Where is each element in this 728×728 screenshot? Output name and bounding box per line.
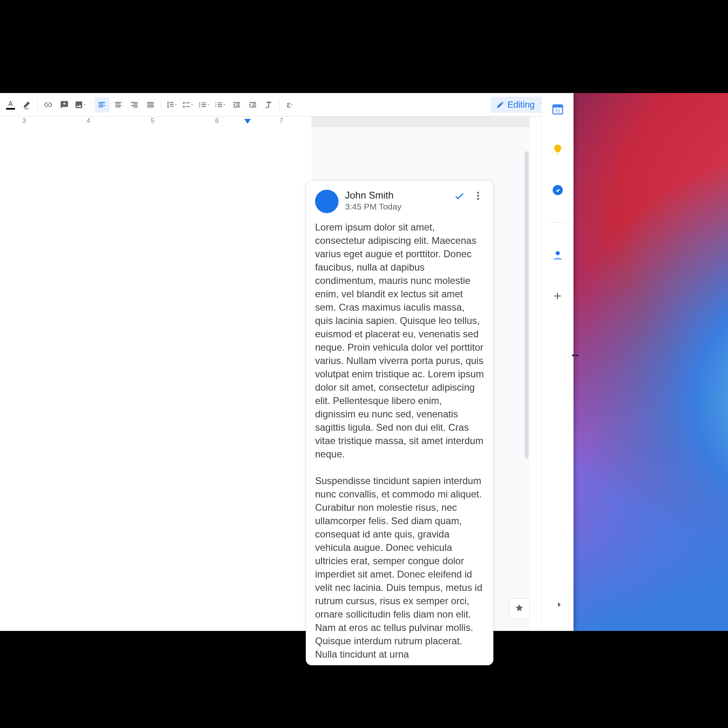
chevron-down-icon — [206, 100, 210, 109]
checklist-icon — [182, 100, 191, 109]
tasks-app-button[interactable] — [550, 182, 566, 198]
svg-point-3 — [552, 185, 563, 195]
scrollbar-thumb[interactable] — [525, 151, 529, 459]
chevron-down-icon — [290, 100, 294, 109]
comment-add-icon — [60, 100, 69, 109]
google-docs-window: ε Editing 34567 — [0, 93, 574, 631]
link-icon — [44, 100, 53, 109]
chevron-down-icon — [190, 100, 194, 109]
toolbar-separator — [37, 99, 38, 110]
explore-icon — [514, 603, 525, 614]
horizontal-ruler[interactable]: 34567 — [0, 116, 530, 127]
tasks-icon — [552, 184, 564, 196]
ruler-number: 6 — [215, 117, 219, 125]
clear-format-icon — [265, 100, 273, 109]
align-right-button[interactable] — [127, 97, 142, 112]
pencil-icon — [496, 101, 504, 109]
chevron-down-icon — [83, 100, 87, 109]
align-left-button[interactable] — [94, 97, 110, 112]
ruler-number: 4 — [87, 117, 90, 125]
avatar — [315, 190, 339, 213]
comment-body: Lorem ipsum dolor sit amet, consectetur … — [315, 220, 484, 661]
text-color-button[interactable] — [3, 97, 18, 112]
text-color-icon — [6, 100, 15, 109]
numbered-list-button[interactable] — [213, 97, 228, 112]
indent-increase-icon — [248, 100, 257, 109]
hide-side-panel-button[interactable] — [554, 599, 565, 612]
add-comment-button[interactable] — [57, 97, 72, 112]
check-icon — [453, 190, 466, 202]
editing-mode-label: Editing — [508, 99, 535, 110]
letterbox-top — [0, 0, 728, 93]
comment-card[interactable]: John Smith 3:45 PM Today Lorem ipsum dol… — [306, 180, 493, 665]
toolbar-separator — [91, 99, 91, 110]
image-icon — [74, 100, 83, 109]
align-center-button[interactable] — [110, 97, 126, 112]
add-app-button[interactable]: + — [550, 288, 566, 304]
plus-icon: + — [554, 289, 562, 303]
chevron-down-icon — [222, 100, 226, 109]
ruler-number: 3 — [22, 117, 26, 125]
align-justify-button[interactable] — [143, 97, 158, 112]
contacts-icon — [552, 249, 564, 261]
chevron-down-icon — [174, 100, 178, 109]
docs-toolbar: ε Editing — [0, 93, 574, 116]
align-center-icon — [114, 100, 123, 109]
align-right-icon — [130, 100, 139, 109]
vertical-scrollbar[interactable] — [524, 127, 529, 631]
bullet-list-icon — [198, 100, 207, 109]
toolbar-separator — [279, 99, 280, 110]
keep-icon — [552, 144, 564, 156]
svg-text:31: 31 — [555, 108, 561, 114]
contacts-app-button[interactable] — [550, 247, 566, 263]
insert-link-button[interactable] — [40, 97, 56, 112]
comment-author: John Smith — [345, 190, 453, 201]
svg-point-4 — [556, 251, 560, 255]
insert-image-button[interactable] — [73, 97, 88, 112]
svg-rect-1 — [553, 105, 563, 108]
more-vert-icon — [472, 190, 484, 202]
align-left-icon — [97, 100, 106, 109]
chevron-right-icon — [554, 599, 565, 610]
line-spacing-button[interactable] — [164, 97, 180, 112]
side-panel-divider — [550, 222, 565, 223]
comment-more-button[interactable] — [472, 190, 484, 203]
highlight-color-button[interactable] — [19, 97, 34, 112]
ruler-indent-marker[interactable] — [244, 119, 251, 124]
input-tools-button[interactable]: ε — [283, 97, 298, 112]
calendar-app-button[interactable]: 31 — [550, 101, 566, 117]
line-spacing-icon — [166, 100, 175, 109]
document-canvas[interactable]: John Smith 3:45 PM Today Lorem ipsum dol… — [0, 127, 530, 631]
side-panel: 31 + — [541, 93, 574, 631]
explore-button[interactable] — [509, 598, 530, 619]
bulleted-list-button[interactable] — [197, 97, 212, 112]
ruler-number: 7 — [279, 117, 283, 125]
decrease-indent-button[interactable] — [229, 97, 244, 112]
checklist-button[interactable] — [180, 97, 196, 112]
keep-app-button[interactable] — [550, 142, 566, 158]
increase-indent-button[interactable] — [245, 97, 260, 112]
indent-decrease-icon — [232, 100, 241, 109]
comment-timestamp: 3:45 PM Today — [345, 202, 453, 212]
ruler-number: 5 — [151, 117, 154, 125]
calendar-icon: 31 — [551, 103, 564, 116]
highlighter-icon — [22, 100, 31, 109]
toolbar-separator — [161, 99, 161, 110]
document-page[interactable] — [0, 127, 311, 631]
resolve-comment-button[interactable] — [453, 190, 466, 203]
numbered-list-icon — [214, 100, 223, 109]
clear-formatting-button[interactable] — [261, 97, 277, 112]
align-justify-icon — [146, 100, 155, 109]
